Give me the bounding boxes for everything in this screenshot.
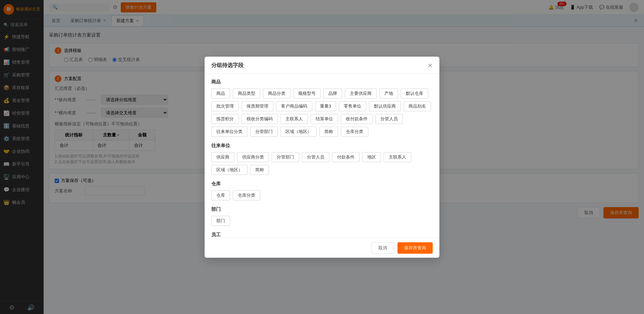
tag-shangpin-22[interactable]: 分管部门 (250, 127, 278, 137)
section-wanglai-title: 往来单位 (211, 143, 433, 149)
dialog-cancel-button[interactable]: 取消 (371, 242, 394, 254)
tag-shangpin-4[interactable]: 品牌 (323, 88, 342, 99)
tag-wanglai-4[interactable]: 付款条件 (332, 152, 360, 162)
tag-shangpin-10[interactable]: 客户商品编码 (276, 101, 312, 111)
tag-wanglai-5[interactable]: 地区 (362, 152, 381, 162)
tag-cangku-1[interactable]: 仓库分类 (233, 190, 260, 200)
tag-shangpin-25[interactable]: 仓库分类 (341, 127, 368, 137)
section-shangpin-title: 商品 (211, 79, 433, 85)
field-select-dialog: 分组待选字段 ✕ 商品 商品 商品类型 商品分类 规格型号 品牌 主要供应商 产… (205, 57, 439, 258)
tag-wanglai-6[interactable]: 主联系人 (384, 152, 411, 162)
dialog-title: 分组待选字段 (211, 62, 244, 69)
tag-wanglai-3[interactable]: 分管人员 (302, 152, 329, 162)
tag-shangpin-19[interactable]: 收付款条件 (341, 114, 373, 124)
tag-shangpin-23[interactable]: 区域（地区） (280, 127, 317, 137)
dialog-header: 分组待选字段 ✕ (205, 57, 439, 74)
section-wanglai: 往来单位 供应商 供应商分类 分管部门 分管人员 付款条件 地区 主联系人 区域… (211, 143, 433, 175)
tag-shangpin-9[interactable]: 保质期管理 (241, 101, 273, 111)
tag-shangpin-21[interactable]: 往来单位分类 (211, 127, 248, 137)
tag-wanglai-0[interactable]: 供应商 (211, 152, 234, 162)
section-yuangong: 员工 业务员 (211, 232, 433, 238)
dialog-close-button[interactable]: ✕ (428, 62, 433, 69)
section-cangku: 仓库 仓库 仓库分类 (211, 181, 433, 200)
tag-bumen-0[interactable]: 部门 (211, 216, 230, 226)
tag-shangpin-3[interactable]: 规格型号 (293, 88, 321, 99)
section-shangpin: 商品 商品 商品类型 商品分类 规格型号 品牌 主要供应商 产地 默认仓库 批次… (211, 79, 433, 137)
tag-wanglai-1[interactable]: 供应商分类 (237, 152, 269, 162)
tag-shangpin-13[interactable]: 默认供应商 (369, 101, 401, 111)
section-yuangong-title: 员工 (211, 232, 433, 238)
tag-shangpin-6[interactable]: 产地 (379, 88, 398, 99)
tag-cangku-0[interactable]: 仓库 (211, 190, 230, 200)
tag-shangpin-8[interactable]: 批次管理 (211, 101, 239, 111)
section-bumen: 部门 部门 (211, 206, 433, 226)
section-bumen-tags: 部门 (211, 216, 433, 226)
tag-shangpin-24[interactable]: 简称 (319, 127, 338, 137)
tag-shangpin-16[interactable]: 税收分类编码 (241, 114, 278, 124)
section-cangku-tags: 仓库 仓库分类 (211, 190, 433, 200)
dialog-body: 商品 商品 商品类型 商品分类 规格型号 品牌 主要供应商 产地 默认仓库 批次… (205, 74, 439, 238)
tag-wanglai-7[interactable]: 区域（地区） (211, 165, 248, 175)
tag-shangpin-17[interactable]: 主联系人 (280, 114, 308, 124)
tag-shangpin-7[interactable]: 默认仓库 (401, 88, 428, 99)
tag-wanglai-2[interactable]: 分管部门 (272, 152, 299, 162)
tag-shangpin-0[interactable]: 商品 (211, 88, 230, 99)
dialog-footer: 取消 保存并查询 (205, 238, 439, 258)
tag-shangpin-20[interactable]: 分管人员 (375, 114, 403, 124)
tag-shangpin-5[interactable]: 主要供应商 (345, 88, 377, 99)
section-shangpin-tags: 商品 商品类型 商品分类 规格型号 品牌 主要供应商 产地 默认仓库 批次管理 … (211, 88, 433, 137)
tag-shangpin-14[interactable]: 商品别名 (404, 101, 431, 111)
section-wanglai-tags: 供应商 供应商分类 分管部门 分管人员 付款条件 地区 主联系人 区域（地区） … (211, 152, 433, 175)
tag-shangpin-11[interactable]: 重量3 (315, 101, 336, 111)
dialog-confirm-button[interactable]: 保存并查询 (397, 242, 433, 254)
tag-shangpin-2[interactable]: 商品分类 (263, 88, 290, 99)
tag-shangpin-18[interactable]: 结算单位 (311, 114, 338, 124)
tag-shangpin-12[interactable]: 零售单位 (339, 101, 366, 111)
tag-shangpin-15[interactable]: 拣货积分 (211, 114, 239, 124)
section-bumen-title: 部门 (211, 206, 433, 212)
dialog-overlay: 分组待选字段 ✕ 商品 商品 商品类型 商品分类 规格型号 品牌 主要供应商 产… (0, 0, 644, 314)
section-cangku-title: 仓库 (211, 181, 433, 187)
tag-wanglai-8[interactable]: 简称 (250, 165, 269, 175)
tag-shangpin-1[interactable]: 商品类型 (233, 88, 260, 99)
